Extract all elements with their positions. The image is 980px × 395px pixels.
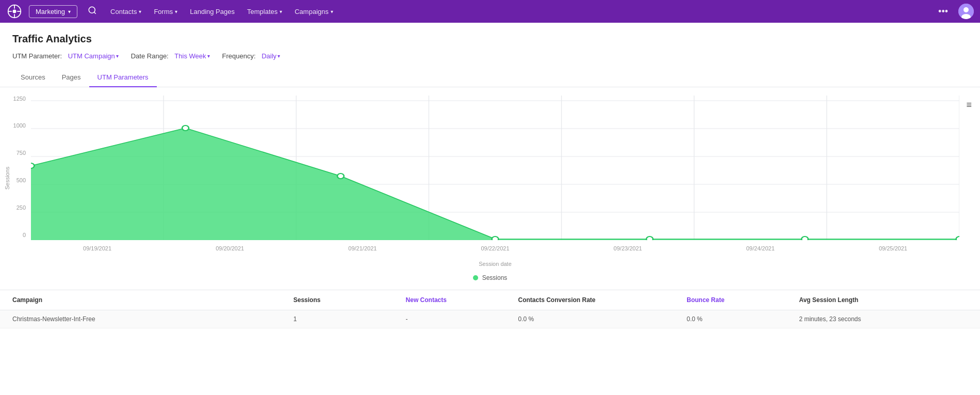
- date-filter: Date Range: This Week ▾: [131, 52, 210, 60]
- y-label-0: 0: [3, 232, 26, 238]
- table-header: Campaign Sessions New Contacts Contacts …: [0, 290, 980, 310]
- chart-dot-6: [802, 236, 808, 240]
- x-axis-labels: 09/19/2021 09/20/2021 09/21/2021 09/22/2…: [31, 242, 959, 261]
- nav-templates[interactable]: Templates ▾: [242, 5, 287, 19]
- table-row: Christmas-Newsletter-Int-Free 1 - 0.0 % …: [0, 310, 980, 328]
- x-label-2: 09/21/2021: [296, 245, 429, 251]
- th-new-contacts[interactable]: New Contacts: [406, 296, 518, 304]
- td-contacts-conversion-rate: 0.0 %: [518, 315, 687, 323]
- chart-dot-3: [337, 173, 344, 179]
- svg-point-6: [89, 7, 95, 13]
- freq-filter: Frequency: Daily ▾: [222, 52, 281, 60]
- th-bounce-rate[interactable]: Bounce Rate: [687, 296, 799, 304]
- utm-filter: UTM Parameter: UTM Campaign ▾: [12, 52, 119, 60]
- chart-dot-4: [492, 236, 499, 240]
- tabs-bar: Sources Pages UTM Parameters: [0, 68, 980, 87]
- tab-pages[interactable]: Pages: [54, 68, 89, 87]
- date-caret: ▾: [207, 53, 210, 59]
- td-new-contacts: -: [406, 315, 518, 323]
- legend-label-sessions: Sessions: [482, 274, 508, 281]
- chart-svg-wrap: [31, 96, 959, 240]
- contacts-caret: ▾: [139, 9, 141, 14]
- chart-dot-1: [31, 163, 34, 168]
- filter-bar: UTM Parameter: UTM Campaign ▾ Date Range…: [12, 52, 968, 60]
- utm-caret: ▾: [116, 53, 119, 59]
- data-table: Campaign Sessions New Contacts Contacts …: [0, 290, 980, 328]
- x-label-3: 09/22/2021: [429, 245, 561, 251]
- tab-sources[interactable]: Sources: [12, 68, 54, 87]
- svg-line-7: [94, 12, 96, 13]
- templates-caret: ▾: [280, 9, 282, 14]
- nav-landing-pages[interactable]: Landing Pages: [185, 5, 240, 19]
- chart-container: Sessions 0 250 500 750 1000 1250: [31, 96, 959, 261]
- x-label-0: 09/19/2021: [31, 245, 164, 251]
- chart-svg: [31, 96, 959, 240]
- x-label-5: 09/24/2021: [694, 245, 827, 251]
- top-navigation: Marketing ▾ Contacts ▾ Forms ▾ Landing P…: [0, 0, 980, 23]
- th-campaign: Campaign: [12, 296, 293, 304]
- utm-value-selector[interactable]: UTM Campaign ▾: [68, 52, 119, 60]
- date-label: Date Range:: [131, 52, 169, 60]
- x-axis-title: Session date: [31, 261, 959, 269]
- y-label-500: 500: [3, 177, 26, 183]
- tab-utm-parameters[interactable]: UTM Parameters: [89, 68, 157, 87]
- y-label-1250: 1250: [3, 96, 26, 102]
- svg-point-9: [963, 7, 969, 12]
- page-title: Traffic Analytics: [12, 33, 968, 45]
- utm-label: UTM Parameter:: [12, 52, 62, 60]
- chart-dot-2: [182, 125, 189, 131]
- freq-caret: ▾: [277, 53, 280, 59]
- date-value-selector[interactable]: This Week ▾: [174, 52, 209, 60]
- th-sessions: Sessions: [293, 296, 406, 304]
- x-label-6: 09/25/2021: [827, 245, 959, 251]
- nav-forms[interactable]: Forms ▾: [149, 5, 183, 19]
- forms-caret: ▾: [175, 9, 177, 14]
- workspace-caret: ▾: [68, 9, 71, 14]
- freq-label: Frequency:: [222, 52, 256, 60]
- y-label-250: 250: [3, 204, 26, 211]
- nav-campaigns[interactable]: Campaigns ▾: [289, 5, 338, 19]
- td-avg-session-length: 2 minutes, 23 seconds: [799, 315, 968, 323]
- svg-point-1: [13, 10, 17, 13]
- nav-contacts[interactable]: Contacts ▾: [105, 5, 146, 19]
- th-avg-session-length: Avg Session Length: [799, 296, 968, 304]
- td-bounce-rate: 0.0 %: [687, 315, 799, 323]
- search-button[interactable]: [84, 4, 101, 19]
- chart-menu-button[interactable]: ≡: [966, 100, 972, 110]
- chart-dot-7: [956, 236, 959, 240]
- legend-dot-sessions: [473, 275, 478, 280]
- chart-section: ≡ Sessions 0 250 500 750 1000 1250: [0, 87, 980, 290]
- x-label-1: 09/20/2021: [164, 245, 296, 251]
- logo[interactable]: [6, 3, 23, 20]
- y-axis-labels: 0 250 500 750 1000 1250: [3, 96, 26, 240]
- user-avatar[interactable]: [958, 4, 974, 19]
- more-options-button[interactable]: •••: [934, 4, 952, 19]
- freq-value-selector[interactable]: Daily ▾: [262, 52, 280, 60]
- y-label-750: 750: [3, 150, 26, 156]
- page-content: Traffic Analytics UTM Parameter: UTM Cam…: [0, 23, 980, 395]
- chart-dot-5: [646, 236, 653, 240]
- x-label-4: 09/23/2021: [562, 245, 694, 251]
- workspace-label: Marketing: [36, 8, 65, 15]
- campaigns-caret: ▾: [331, 9, 333, 14]
- chart-legend: Sessions: [0, 269, 980, 290]
- td-sessions: 1: [293, 315, 406, 323]
- th-contacts-conversion-rate: Contacts Conversion Rate: [518, 296, 687, 304]
- y-label-1000: 1000: [3, 122, 26, 129]
- workspace-selector[interactable]: Marketing ▾: [29, 5, 77, 18]
- td-campaign: Christmas-Newsletter-Int-Free: [12, 315, 293, 323]
- page-header: Traffic Analytics UTM Parameter: UTM Cam…: [0, 23, 980, 60]
